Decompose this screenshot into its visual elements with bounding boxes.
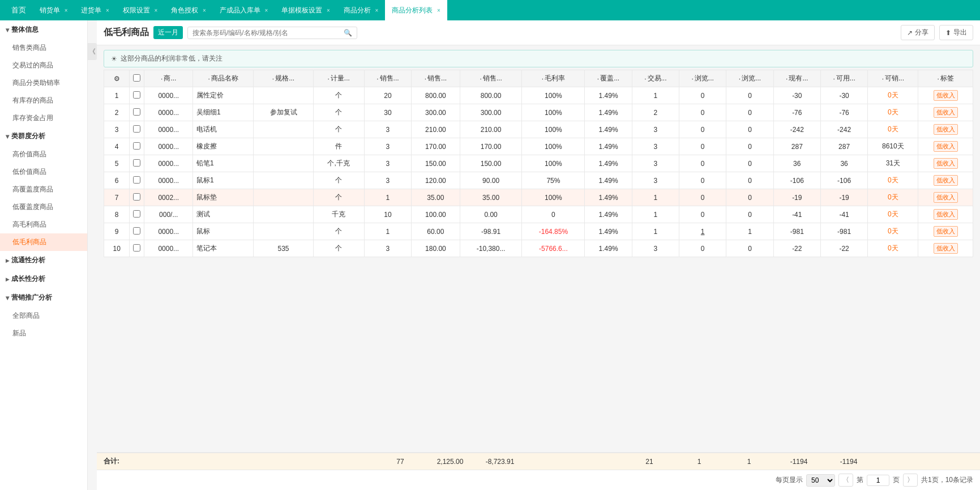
page-size-select[interactable]: 50 100 200 xyxy=(806,474,835,487)
sidebar-item-low-margin[interactable]: 低毛利商品 xyxy=(0,233,87,251)
row-browse1[interactable]: 0 xyxy=(679,189,726,206)
sidebar-group-cluster[interactable]: ▾ 类群度分析 xyxy=(0,127,87,146)
nav-template-close[interactable]: × xyxy=(327,7,330,14)
col-name[interactable]: ·商品名称 xyxy=(193,70,254,87)
sidebar-item-high-value[interactable]: 高价值商品 xyxy=(0,146,87,163)
col-browse2[interactable]: ·浏览... xyxy=(726,70,773,87)
sidebar-item-sales-goods[interactable]: 销售类商品 xyxy=(0,39,87,57)
row-checkbox[interactable] xyxy=(130,189,144,206)
row-sales-price: 800.00 xyxy=(412,87,460,104)
row-checkbox[interactable] xyxy=(130,223,144,240)
nav-home[interactable]: 首页 xyxy=(5,0,33,20)
sidebar-item-traded-goods[interactable]: 交易过的商品 xyxy=(0,57,87,74)
col-gross-rate[interactable]: ·毛利率 xyxy=(522,70,585,87)
search-input[interactable] xyxy=(192,29,344,37)
col-tag[interactable]: ·标签 xyxy=(918,70,973,87)
browse-link[interactable]: 1 xyxy=(701,228,705,236)
row-sales-gross: 0.00 xyxy=(460,206,522,223)
filter-button[interactable]: 近一月 xyxy=(153,26,183,39)
row-browse1[interactable]: 0 xyxy=(679,121,726,138)
col-settings[interactable]: ⚙ xyxy=(104,70,130,87)
nav-permission-close[interactable]: × xyxy=(155,7,158,14)
search-box[interactable]: 🔍 xyxy=(187,27,357,39)
row-browse1[interactable]: 0 xyxy=(679,206,726,223)
col-browse1[interactable]: ·浏览... xyxy=(679,70,726,87)
row-checkbox[interactable] xyxy=(130,240,144,257)
row-browse1[interactable]: 0 xyxy=(679,87,726,104)
row-name: 笔记本 xyxy=(193,240,254,257)
col-checkbox[interactable] xyxy=(130,70,144,87)
col-spec[interactable]: ·规格... xyxy=(254,70,313,87)
row-browse1[interactable]: 0 xyxy=(679,155,726,172)
sidebar-item-high-coverage[interactable]: 高覆盖度商品 xyxy=(0,181,87,198)
row-checkbox[interactable] xyxy=(130,172,144,189)
row-code: 0000... xyxy=(144,155,193,172)
search-icon: 🔍 xyxy=(344,29,352,37)
row-checkbox[interactable] xyxy=(130,155,144,172)
col-sales-qty[interactable]: ·销售... xyxy=(364,70,411,87)
sidebar-group-growth[interactable]: ▸ 成长性分析 xyxy=(0,270,87,288)
nav-product-analysis[interactable]: 商品分析 × xyxy=(337,0,385,20)
row-unit: 个 xyxy=(313,87,364,104)
nav-purchase-close[interactable]: × xyxy=(106,7,109,14)
nav-sales-close[interactable]: × xyxy=(65,7,68,14)
nav-template[interactable]: 单据模板设置 × xyxy=(275,0,336,20)
sidebar-item-high-margin[interactable]: 高毛利商品 xyxy=(0,216,87,233)
next-page-button[interactable]: 〉 xyxy=(903,474,918,487)
settings-icon: ⚙ xyxy=(114,75,120,83)
nav-product-instock[interactable]: 产成品入库单 × xyxy=(213,0,275,20)
nav-product-analysis-close[interactable]: × xyxy=(375,7,378,14)
nav-product-analysis-list[interactable]: 商品分析列表 × xyxy=(385,0,447,20)
sidebar-item-category-rate[interactable]: 商品分类助销率 xyxy=(0,74,87,92)
sidebar-group-flow[interactable]: ▸ 流通性分析 xyxy=(0,251,87,270)
nav-role-close[interactable]: × xyxy=(203,7,206,14)
nav-role[interactable]: 角色授权 × xyxy=(164,0,212,20)
row-available: 287 xyxy=(820,138,867,155)
sidebar-item-all-goods[interactable]: 全部商品 xyxy=(0,307,87,325)
sidebar-item-low-coverage[interactable]: 低覆盖度商品 xyxy=(0,198,87,216)
col-code[interactable]: ·商... xyxy=(144,70,193,87)
row-checkbox[interactable] xyxy=(130,206,144,223)
col-trade[interactable]: ·交易... xyxy=(632,70,679,87)
col-available[interactable]: ·可用... xyxy=(820,70,867,87)
notice-icon: ☀ xyxy=(111,55,117,63)
sidebar-collapse-button[interactable]: 《 xyxy=(88,43,97,60)
nav-product-analysis-list-close[interactable]: × xyxy=(437,7,440,14)
nav-permission[interactable]: 权限设置 × xyxy=(116,0,164,20)
row-browse1[interactable]: 1 xyxy=(679,223,726,240)
row-no: 9 xyxy=(104,223,130,240)
export-button[interactable]: ⬆ 导出 xyxy=(939,25,973,40)
row-browse1[interactable]: 0 xyxy=(679,138,726,155)
sidebar-item-in-stock-goods[interactable]: 有库存的商品 xyxy=(0,92,87,109)
row-checkbox[interactable] xyxy=(130,87,144,104)
page-number-input[interactable] xyxy=(867,475,889,486)
sidebar-item-low-value[interactable]: 低价值商品 xyxy=(0,163,87,181)
row-browse1[interactable]: 0 xyxy=(679,172,726,189)
col-current-stock[interactable]: ·现有... xyxy=(773,70,820,87)
nav-sales[interactable]: 销货单 × xyxy=(33,0,74,20)
arrow-down-icon: ▾ xyxy=(6,26,9,34)
select-all-checkbox[interactable] xyxy=(133,74,140,82)
sidebar-group-overall[interactable]: ▾ 整体信息 xyxy=(0,20,87,39)
col-sellable[interactable]: ·可销... xyxy=(868,70,918,87)
row-browse1[interactable]: 0 xyxy=(679,104,726,121)
prev-page-button[interactable]: 〈 xyxy=(838,474,853,487)
sidebar-item-new-goods[interactable]: 新品 xyxy=(0,325,87,342)
sidebar-group-marketing[interactable]: ▾ 营销推广分析 xyxy=(0,288,87,307)
row-sales-gross: 170.00 xyxy=(460,138,522,155)
row-checkbox[interactable] xyxy=(130,121,144,138)
row-unit: 个 xyxy=(313,172,364,189)
col-coverage[interactable]: ·覆盖... xyxy=(585,70,632,87)
nav-purchase[interactable]: 进货单 × xyxy=(74,0,115,20)
nav-product-instock-close[interactable]: × xyxy=(265,7,268,14)
row-checkbox[interactable] xyxy=(130,104,144,121)
row-checkbox[interactable] xyxy=(130,138,144,155)
col-sales-price[interactable]: ·销售... xyxy=(412,70,460,87)
share-button[interactable]: ↗ 分享 xyxy=(901,25,935,40)
sidebar-item-capital-occupy[interactable]: 库存资金占用 xyxy=(0,109,87,127)
row-tag: 低收入 xyxy=(918,121,973,138)
row-browse1[interactable]: 0 xyxy=(679,240,726,257)
col-sales-gross[interactable]: ·销售... xyxy=(460,70,522,87)
row-name: 铅笔1 xyxy=(193,155,254,172)
col-unit[interactable]: ·计量... xyxy=(313,70,364,87)
